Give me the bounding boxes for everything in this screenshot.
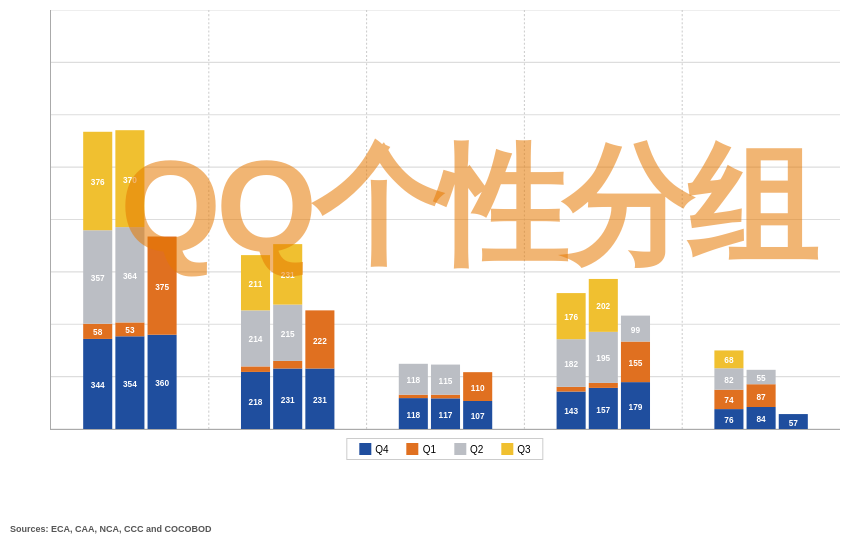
svg-text:155: 155 (629, 359, 643, 368)
svg-rect-101 (589, 383, 618, 388)
legend: Q4Q1Q2Q3 (346, 438, 543, 460)
svg-text:218: 218 (249, 398, 263, 407)
svg-text:117: 117 (439, 411, 453, 420)
svg-text:74: 74 (724, 397, 734, 406)
svg-text:157: 157 (596, 406, 610, 415)
bars-svg: 02004006008001,0001,2001,4001,6002020/21… (51, 10, 840, 429)
svg-text:76: 76 (724, 416, 734, 425)
svg-text:143: 143 (564, 407, 578, 416)
svg-text:354: 354 (123, 380, 137, 389)
svg-text:231: 231 (281, 272, 295, 281)
svg-text:370: 370 (123, 176, 137, 185)
svg-text:84: 84 (756, 415, 766, 424)
svg-text:376: 376 (91, 178, 105, 187)
svg-rect-79 (399, 395, 428, 398)
legend-label-Q1: Q1 (423, 444, 436, 455)
svg-text:222: 222 (313, 337, 327, 346)
svg-rect-84 (431, 395, 460, 399)
legend-label-Q4: Q4 (375, 444, 388, 455)
chart-area: 02004006008001,0001,2001,4001,6002020/21… (50, 10, 840, 430)
legend-label-Q2: Q2 (470, 444, 483, 455)
svg-text:182: 182 (564, 360, 578, 369)
svg-text:118: 118 (406, 411, 420, 420)
svg-text:357: 357 (91, 274, 105, 283)
svg-text:344: 344 (91, 381, 105, 390)
chart-container: QQ个性分组 02004006008001,0001,2001,4001,600… (0, 0, 850, 542)
svg-text:110: 110 (471, 384, 485, 393)
legend-color-Q2 (454, 443, 466, 455)
svg-text:231: 231 (313, 396, 327, 405)
svg-text:215: 215 (281, 330, 295, 339)
svg-text:214: 214 (249, 336, 263, 345)
svg-text:82: 82 (724, 376, 734, 385)
svg-text:99: 99 (631, 326, 641, 335)
legend-color-Q1 (407, 443, 419, 455)
svg-text:107: 107 (471, 412, 485, 421)
svg-text:53: 53 (125, 326, 135, 335)
svg-text:195: 195 (596, 355, 610, 364)
svg-text:202: 202 (596, 303, 610, 312)
svg-text:179: 179 (629, 403, 643, 412)
sources-label: Sources: ECA, CAA, NCA, CCC and COCOBOD (10, 524, 212, 534)
svg-text:55: 55 (756, 374, 766, 383)
svg-text:87: 87 (756, 393, 766, 402)
svg-rect-94 (557, 387, 586, 392)
legend-color-Q4 (359, 443, 371, 455)
svg-text:375: 375 (155, 283, 169, 292)
svg-rect-60 (241, 366, 270, 371)
legend-item-Q3: Q3 (501, 443, 530, 455)
svg-text:211: 211 (249, 280, 263, 289)
svg-text:360: 360 (155, 379, 169, 388)
legend-label-Q3: Q3 (517, 444, 530, 455)
sources-line: Sources: ECA, CAA, NCA, CCC and COCOBOD (10, 524, 212, 534)
legend-item-Q2: Q2 (454, 443, 483, 455)
svg-text:58: 58 (93, 328, 103, 337)
svg-text:231: 231 (281, 396, 295, 405)
svg-text:115: 115 (439, 377, 453, 386)
svg-text:118: 118 (406, 376, 420, 385)
legend-item-Q4: Q4 (359, 443, 388, 455)
svg-text:176: 176 (564, 313, 578, 322)
legend-item-Q1: Q1 (407, 443, 436, 455)
svg-text:364: 364 (123, 272, 137, 281)
legend-color-Q3 (501, 443, 513, 455)
svg-rect-67 (273, 361, 302, 369)
svg-text:57: 57 (789, 419, 799, 428)
svg-text:68: 68 (724, 356, 734, 365)
